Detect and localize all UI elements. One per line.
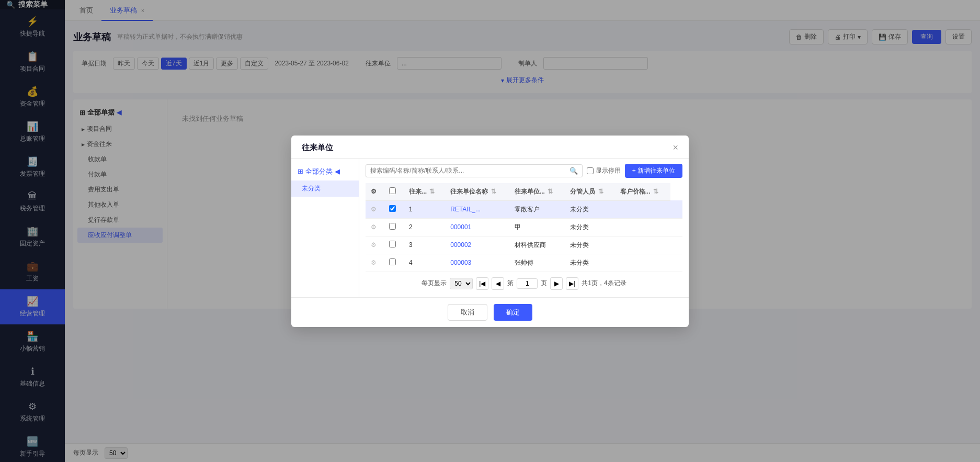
col-category-sort-icon[interactable]: ⇅ (548, 188, 553, 195)
cancel-button[interactable]: 取消 (448, 304, 487, 321)
row-checkbox[interactable] (389, 223, 396, 230)
partner-table: ⚙ 往来... ⇅ 往来单位名称 ⇅ (366, 183, 682, 272)
confirm-button[interactable]: 确定 (494, 304, 532, 321)
table-row[interactable]: ⚙ 3 000002 材料供应商 未分类 (366, 236, 682, 254)
modal-overlay: 往来单位 × ⊞ 全部分类 ◀ 未分类 🔍 (0, 0, 980, 462)
modal-table-body: ⚙ 1 RETAIL_... 零散客户 未分类 ⚙ 2 000001 甲 未分类… (366, 200, 682, 272)
modal-toolbar: 🔍 显示停用 + 新增往来单位 (366, 164, 682, 178)
per-page-select[interactable]: 50 (450, 278, 473, 289)
col-category: 往来单位... ⇅ (509, 183, 565, 201)
col-name: 往来单位名称 ⇅ (445, 183, 509, 201)
col-name-label: 往来单位名称 (450, 188, 488, 195)
modal-content: 🔍 显示停用 + 新增往来单位 ⚙ (359, 159, 689, 297)
modal-footer: 取消 确定 (291, 297, 689, 327)
col-price-label: 客户价格... (620, 188, 651, 195)
modal-all-category[interactable]: ⊞ 全部分类 ◀ (291, 163, 359, 181)
row-checkbox[interactable] (389, 205, 396, 212)
search-box: 🔍 (366, 164, 583, 177)
row-settings-icon[interactable]: ⚙ (371, 259, 377, 266)
row-settings-icon[interactable]: ⚙ (371, 223, 377, 231)
modal-sidebar-collapse-icon[interactable]: ◀ (335, 167, 340, 175)
row-checkbox[interactable] (389, 258, 396, 265)
search-icon-modal: 🔍 (569, 167, 578, 175)
col-price-sort-icon[interactable]: ⇅ (653, 188, 658, 195)
page-label: 第 (507, 279, 514, 288)
next-page-btn[interactable]: ▶ (550, 277, 563, 290)
modal-sidebar: ⊞ 全部分类 ◀ 未分类 (291, 159, 359, 297)
show-disabled-checkbox[interactable] (587, 167, 594, 174)
page-input[interactable] (517, 278, 538, 289)
total-info: 共1页，4条记录 (582, 279, 626, 288)
col-checkbox (384, 183, 404, 201)
col-name-sort-icon[interactable]: ⇅ (491, 188, 496, 195)
col-person: 分管人员 ⇅ (565, 183, 614, 201)
pagination: 每页显示 50 |◀ ◀ 第 页 ▶ ▶| 共1页，4条记录 (366, 272, 682, 292)
first-page-btn[interactable]: |◀ (476, 277, 488, 290)
table-row[interactable]: ⚙ 1 RETAIL_... 零散客户 未分类 (366, 200, 682, 218)
settings-gear-icon: ⚙ (371, 188, 377, 195)
table-row[interactable]: ⚙ 2 000001 甲 未分类 (366, 218, 682, 236)
row-settings-icon[interactable]: ⚙ (371, 206, 377, 213)
modal-header: 往来单位 × (291, 136, 689, 159)
add-partner-button[interactable]: + 新增往来单位 (625, 164, 682, 178)
modal-close-button[interactable]: × (673, 143, 678, 152)
modal-title: 往来单位 (302, 143, 333, 153)
select-all-checkbox[interactable] (389, 187, 396, 194)
grid-icon-modal: ⊞ (298, 167, 303, 175)
modal-all-category-label: 全部分类 (305, 167, 333, 176)
show-disabled-toggle[interactable]: 显示停用 (587, 166, 621, 175)
partner-modal: 往来单位 × ⊞ 全部分类 ◀ 未分类 🔍 (291, 136, 689, 327)
col-code: 往来... ⇅ (404, 183, 445, 201)
table-row[interactable]: ⚙ 4 000003 张帅傅 未分类 (366, 254, 682, 272)
table-header: ⚙ 往来... ⇅ 往来单位名称 ⇅ (366, 183, 682, 201)
col-person-label: 分管人员 (570, 188, 595, 195)
last-page-btn[interactable]: ▶| (566, 277, 578, 290)
col-person-sort-icon[interactable]: ⇅ (598, 188, 603, 195)
col-settings[interactable]: ⚙ (366, 183, 384, 201)
col-code-label: 往来... (409, 188, 427, 195)
col-category-label: 往来单位... (515, 188, 545, 195)
show-disabled-label: 显示停用 (596, 166, 621, 175)
page-suffix: 页 (541, 279, 547, 288)
modal-body: ⊞ 全部分类 ◀ 未分类 🔍 显示停用 + 新增往来单位 (291, 159, 689, 297)
prev-page-btn[interactable]: ◀ (492, 277, 504, 290)
row-settings-icon[interactable]: ⚙ (371, 241, 377, 249)
table-scroll: ⚙ 往来... ⇅ 往来单位名称 ⇅ (366, 183, 682, 272)
per-page-label: 每页显示 (421, 279, 447, 288)
modal-sidebar-unclassified[interactable]: 未分类 (291, 181, 359, 197)
col-code-sort-icon[interactable]: ⇅ (429, 188, 435, 195)
col-price: 客户价格... ⇅ (615, 183, 671, 201)
search-input[interactable] (370, 167, 567, 174)
row-checkbox[interactable] (389, 241, 396, 247)
